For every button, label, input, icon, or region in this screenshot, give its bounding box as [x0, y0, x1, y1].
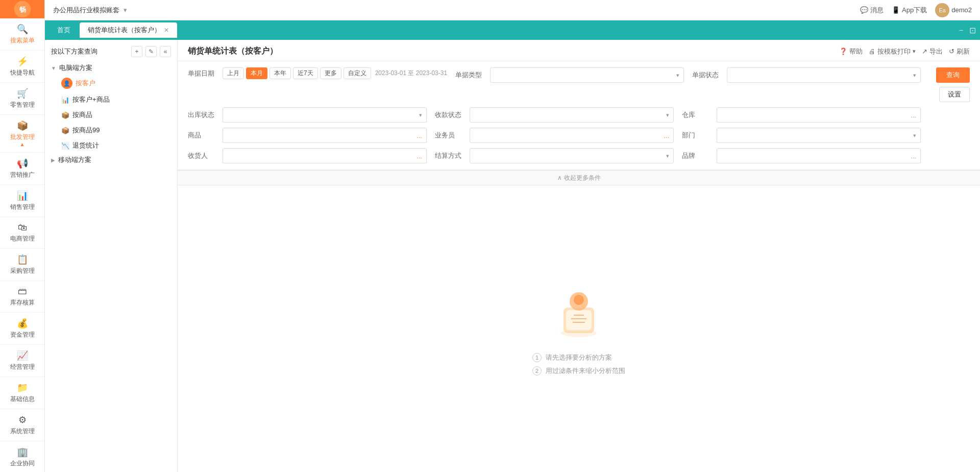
- collapse-label: 收起更多条件: [564, 174, 601, 182]
- sidebar-item-quick-nav[interactable]: ⚡ 快捷导航: [0, 51, 45, 83]
- doc-status-select[interactable]: ▾: [727, 67, 921, 83]
- tree-child-by-goods[interactable]: 📦 按商品: [55, 107, 177, 123]
- receiver-dots[interactable]: ...: [416, 152, 422, 160]
- tree-mobile-node[interactable]: ▶ 移动端方案: [45, 153, 177, 167]
- template-print-btn[interactable]: 🖨 按模板打印 ▾: [869, 47, 916, 56]
- message-btn[interactable]: 💬 消息: [860, 6, 884, 15]
- date-btn-custom[interactable]: 自定义: [344, 67, 371, 79]
- tab-sales-stat[interactable]: 销货单统计表（按客户） ✕: [80, 22, 177, 38]
- sidebar-item-sales[interactable]: 📊 销售管理: [0, 185, 45, 217]
- tree-child-by-customer[interactable]: 👤 按客户: [55, 75, 177, 92]
- goods-select[interactable]: ...: [223, 128, 427, 143]
- sidebar-item-inventory[interactable]: 🗃 库存核算: [0, 281, 45, 313]
- doc-type-arrow-icon: ▾: [676, 72, 679, 79]
- export-label: 导出: [929, 47, 943, 56]
- date-btn-last-month[interactable]: 上月: [223, 67, 244, 79]
- sidebar-item-enterprise[interactable]: 🏢 企业协同: [0, 441, 45, 472]
- tree-arrow-down-icon: ▼: [51, 65, 56, 71]
- edit-scheme-btn[interactable]: ✎: [145, 46, 157, 57]
- sidebar-item-quick-nav-label: 快捷导航: [10, 68, 35, 77]
- refresh-icon: ↺: [949, 48, 954, 55]
- tree-child-by-goods-99-label: 按商品99: [72, 126, 100, 135]
- left-panel: 按以下方案查询 + ✎ « ▼ 电脑端方案: [45, 40, 178, 472]
- tab-home[interactable]: 首页: [49, 22, 79, 38]
- system-icon: ⚙: [18, 414, 27, 426]
- sidebar-item-ecommerce[interactable]: 🛍 电商管理: [0, 217, 45, 249]
- quick-nav-icon: ⚡: [17, 56, 28, 67]
- collapse-panel-btn[interactable]: «: [160, 46, 171, 57]
- message-icon: 💬: [860, 6, 868, 14]
- sidebar-item-basic-info[interactable]: 📁 基础信息: [0, 377, 45, 409]
- salesperson-dots[interactable]: ...: [664, 132, 669, 139]
- add-icon: +: [135, 48, 138, 55]
- sidebar-item-operations[interactable]: 📈 经营管理: [0, 345, 45, 377]
- empty-step-2-text: 用过滤条件来缩小分析范围: [546, 366, 625, 375]
- goods-99-icon: 📦: [61, 127, 69, 134]
- sales-icon: 📊: [17, 190, 28, 201]
- empty-step-2: 2 用过滤条件来缩小分析范围: [532, 366, 625, 375]
- date-btn-this-month[interactable]: 本月: [246, 67, 267, 79]
- query-btn[interactable]: 查询: [936, 67, 970, 83]
- user-menu[interactable]: Ea demo2: [935, 3, 972, 17]
- salesperson-select[interactable]: ...: [470, 128, 674, 143]
- sidebar-item-purchase-label: 采购管理: [10, 267, 35, 275]
- tree-mobile-label: 移动端方案: [58, 155, 91, 164]
- brand-label: 品牌: [682, 151, 713, 160]
- step-1-num: 1: [532, 353, 542, 362]
- warehouse-select[interactable]: ...: [717, 107, 921, 123]
- dropdown-arrow-icon[interactable]: ▾: [124, 6, 127, 14]
- export-btn[interactable]: ↗ 导出: [922, 47, 943, 56]
- tree-desktop-node[interactable]: ▼ 电脑端方案: [45, 61, 177, 75]
- receiver-select[interactable]: ...: [223, 148, 427, 163]
- tab-close-icon[interactable]: ✕: [164, 27, 169, 34]
- settings-btn[interactable]: 设置: [939, 87, 970, 102]
- empty-svg: [548, 282, 609, 343]
- sidebar-item-search-menu[interactable]: 🔍 搜索菜单: [0, 18, 45, 51]
- department-arrow-icon: ▾: [913, 132, 916, 139]
- app-download-btn[interactable]: 📱 App下载: [892, 6, 927, 15]
- refresh-label: 刷新: [957, 47, 970, 56]
- svg-text:畅: 畅: [19, 6, 26, 13]
- receipt-status-select[interactable]: ▾: [470, 107, 674, 123]
- help-btn[interactable]: ❓ 帮助: [839, 47, 863, 56]
- tree-child-by-goods-99[interactable]: 📦 按商品99: [55, 123, 177, 138]
- sidebar-item-purchase[interactable]: 📋 采购管理: [0, 249, 45, 281]
- collapse-up-icon: ∧: [557, 174, 562, 181]
- svg-point-6: [574, 295, 584, 305]
- goods-dots[interactable]: ...: [416, 132, 422, 139]
- out-status-arrow-icon: ▾: [419, 112, 422, 119]
- tree-child-by-customer-label: 按客户: [76, 79, 95, 88]
- page-actions: ❓ 帮助 🖨 按模板打印 ▾ ↗ 导出 ↺ 刷新: [839, 47, 970, 56]
- step-2-num: 2: [532, 366, 542, 375]
- date-btn-7days[interactable]: 近7天: [293, 67, 318, 79]
- brand-select[interactable]: ...: [717, 148, 921, 163]
- tab-minimize-icon[interactable]: －: [957, 25, 965, 36]
- doc-type-select[interactable]: ▾: [490, 67, 684, 83]
- tab-bar: 首页 销货单统计表（按客户） ✕ － ⊡: [45, 20, 980, 40]
- refresh-btn[interactable]: ↺ 刷新: [949, 47, 970, 56]
- tree-child-by-customer-goods[interactable]: 📊 按客户+商品: [55, 92, 177, 107]
- tree-child-return-stat[interactable]: 📉 退货统计: [55, 138, 177, 153]
- brand-dots[interactable]: ...: [911, 152, 916, 160]
- sidebar-item-retail[interactable]: 🛒 零售管理: [0, 83, 45, 115]
- out-status-select[interactable]: ▾: [223, 107, 427, 123]
- collapse-bar[interactable]: ∧ 收起更多条件: [178, 170, 980, 185]
- settlement-select[interactable]: ▾: [470, 148, 674, 163]
- purchase-icon: 📋: [17, 254, 28, 265]
- tab-maximize-icon[interactable]: ⊡: [969, 26, 976, 35]
- help-icon: ❓: [839, 48, 847, 55]
- svg-rect-4: [566, 310, 592, 331]
- left-panel-actions: + ✎ «: [131, 46, 171, 57]
- date-btn-this-year[interactable]: 本年: [270, 67, 291, 79]
- sidebar-item-finance[interactable]: 💰 资金管理: [0, 313, 45, 345]
- add-scheme-btn[interactable]: +: [131, 46, 142, 57]
- date-btn-more[interactable]: 更多: [320, 67, 341, 79]
- sidebar-item-wholesale[interactable]: 📦 批发管理 ▲: [0, 115, 45, 153]
- doc-type-label: 单据类型: [455, 70, 486, 80]
- sidebar-item-system[interactable]: ⚙ 系统管理: [0, 409, 45, 441]
- sidebar-item-system-label: 系统管理: [10, 427, 35, 436]
- warehouse-dots[interactable]: ...: [911, 111, 916, 119]
- left-panel-title: 按以下方案查询: [51, 47, 97, 56]
- department-select[interactable]: ▾: [717, 128, 921, 143]
- sidebar-item-marketing[interactable]: 📢 营销推广: [0, 153, 45, 185]
